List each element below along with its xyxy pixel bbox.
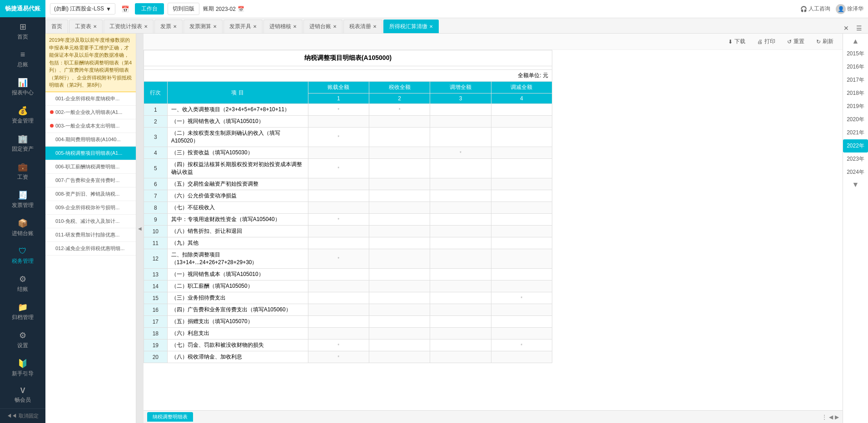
year-2016[interactable]: 2016年 (843, 60, 868, 74)
table-row: 1 一、收入类调整项目（2+3+4+5+6+7+8+10+11） * * (144, 104, 552, 116)
scroll-left-arrow[interactable]: ◀ (829, 414, 833, 420)
tab-home[interactable]: 首页 (45, 20, 68, 33)
year-2018[interactable]: 2018年 (843, 87, 868, 100)
tab-stock-ledger[interactable]: 进销台账 ✕ (303, 20, 342, 33)
left-item-009[interactable]: 009-企业所得税弥补亏损明... (45, 201, 136, 215)
tab-close-invoice[interactable]: ✕ (173, 24, 177, 29)
status-dot (50, 233, 54, 236)
tab-invoice-open[interactable]: 发票开具 ✕ (223, 20, 263, 33)
period-value: 2023-02 (216, 6, 236, 12)
sidebar-item-tax[interactable]: 🛡 税务管理 (0, 242, 45, 270)
status-dot (50, 165, 54, 168)
refresh-button[interactable]: ↻ 刷新 (813, 36, 837, 47)
bottom-tab-adjust[interactable]: 纳税调整明细表 (147, 412, 193, 422)
sidebar-item-home[interactable]: ⊞ 首页 (0, 17, 45, 45)
left-item-list: 001-企业所得税年度纳税申... 002-一般企业收入明细表(A1... 00… (45, 92, 136, 423)
col-item-header: 项 目 (167, 82, 308, 104)
tab-invoice-calc[interactable]: 发票测算 ✕ (184, 20, 223, 33)
left-item-004[interactable]: 004-期间费用明细表(A1040... (45, 133, 136, 147)
tab-salary[interactable]: 工资表 ✕ (69, 20, 103, 33)
left-item-002[interactable]: 002-一般企业收入明细表(A1... (45, 106, 136, 119)
table-row: 12 二、扣除类调整项目（13+14+...24+26+27+28+29+30）… (144, 249, 552, 269)
asset-icon: 🏢 (18, 134, 28, 144)
reset-button[interactable]: ↺ 重置 (784, 36, 808, 47)
workbench-button[interactable]: 工作台 (135, 3, 164, 15)
sidebar-item-label: 报表中心 (12, 89, 34, 97)
sidebar-unpin[interactable]: ◀◀ 取消固定 (0, 408, 45, 423)
year-up-button[interactable]: ▲ (850, 35, 861, 47)
user-profile[interactable]: 👤 徐泽华 (836, 4, 863, 14)
year-2015[interactable]: 2015年 (843, 47, 868, 60)
sidebar-item-invoice[interactable]: 🧾 发票管理 (0, 186, 45, 214)
status-dot (50, 151, 54, 155)
left-item-003[interactable]: 003-一般企业成本支出明细... (45, 119, 136, 133)
calendar-icon[interactable]: 📅 (119, 4, 131, 14)
sidebar-item-label: 归档管理 (12, 314, 34, 321)
avatar: 👤 (836, 4, 846, 14)
table-container[interactable]: 纳税调整项目明细表(A105000) 全额单位: 元 行次 项 目 账载全额 (144, 50, 843, 410)
left-item-010[interactable]: 010-免税、减计收入及加计... (45, 215, 136, 228)
panel-collapse-button[interactable]: ◀ (136, 34, 144, 423)
tab-close-invoice-calc[interactable]: ✕ (213, 24, 217, 29)
col1-num: 1 (308, 93, 369, 104)
year-2023[interactable]: 2023年 (843, 152, 868, 166)
sidebar-item-settings[interactable]: ⚙ 设置 (0, 326, 45, 354)
tab-close-salary-stat[interactable]: ✕ (144, 24, 148, 29)
tab-income-tax[interactable]: 所得税汇算清缴 ✕ (383, 20, 439, 33)
sidebar-item-stock[interactable]: 📦 进销台账 (0, 214, 45, 242)
tab-close-invoice-open[interactable]: ✕ (253, 24, 257, 29)
left-item-006[interactable]: 006-职工薪酬纳税调整明细... (45, 160, 136, 174)
table-row: 4 （三）投资收益（填写A105030） * (144, 147, 552, 159)
left-item-008[interactable]: 008-资产折旧、摊销及纳税... (45, 187, 136, 201)
tab-invoice[interactable]: 发票 ✕ (154, 20, 183, 33)
year-2020[interactable]: 2020年 (843, 113, 868, 126)
year-down-button[interactable]: ▼ (850, 179, 861, 191)
col2-num: 2 (369, 93, 430, 104)
tab-close-all[interactable]: ✕ (841, 23, 851, 33)
tab-close-income-tax[interactable]: ✕ (429, 24, 433, 29)
archive-icon: 📁 (18, 302, 28, 312)
scroll-right-arrow[interactable]: ▶ (835, 414, 839, 420)
left-item-007[interactable]: 007-广告费和业务宣传费时... (45, 174, 136, 187)
year-2017[interactable]: 2017年 (843, 74, 868, 87)
report-icon: 📊 (18, 78, 28, 88)
sidebar-item-member[interactable]: V 畅会员 (0, 382, 45, 408)
sidebar-item-asset[interactable]: 🏢 固定资产 (0, 129, 45, 157)
year-2019[interactable]: 2019年 (843, 100, 868, 113)
sidebar-item-settle[interactable]: ⚙ 结账 (0, 270, 45, 298)
tab-close-salary[interactable]: ✕ (93, 24, 97, 29)
tab-menu[interactable]: ☰ (854, 23, 864, 33)
year-2024[interactable]: 2024年 (843, 166, 868, 179)
tab-stock-in[interactable]: 进销稽核 ✕ (263, 20, 303, 33)
year-2022[interactable]: 2022年 (843, 139, 868, 152)
table-title: 纳税调整项目明细表(A105000) (144, 50, 552, 66)
tab-tax-clear[interactable]: 税表清册 ✕ (343, 20, 382, 33)
left-panel: 2019年度涉及取以前年度维修数据的申报表单元格需要手工维护正确，才能保证本年及… (45, 34, 136, 423)
tab-salary-stat[interactable]: 工资统计报表 ✕ (104, 20, 154, 33)
sidebar-item-report[interactable]: 📊 报表中心 (0, 73, 45, 101)
left-item-001[interactable]: 001-企业所得税年度纳税申... (45, 92, 136, 106)
sidebar-item-archive[interactable]: 📁 归档管理 (0, 298, 45, 326)
left-item-011[interactable]: 011-研发费用加计扣除优惠... (45, 228, 136, 242)
download-button[interactable]: ⬇ 下载 (724, 36, 749, 47)
user-service[interactable]: 🎧 人工咨询 (800, 5, 830, 13)
tax-adjust-table: 纳税调整项目明细表(A105000) 全额单位: 元 行次 项 目 账载全额 (144, 50, 552, 363)
calendar-icon2[interactable]: 📅 (238, 6, 244, 12)
tab-close-stock-ledger[interactable]: ✕ (333, 24, 337, 29)
col2-header: 税收全额 (369, 82, 430, 93)
sidebar-item-newbie[interactable]: 🔰 新手引导 (0, 354, 45, 382)
print-button[interactable]: 🖨 打印 (754, 36, 779, 47)
table-row: 15 （三）业务招待费支出 * (144, 292, 552, 304)
tab-close-tax-clear[interactable]: ✕ (373, 24, 377, 29)
table-row: 2 （一）视同销售收入（填写A105010） (144, 116, 552, 128)
sidebar-item-salary[interactable]: 💼 工资 (0, 157, 45, 186)
company-selector[interactable]: (勿删) 江西股金-LSS ▼ (50, 3, 115, 15)
left-item-005[interactable]: 005-纳税调整项目明细表(A1... (45, 147, 136, 160)
year-2021[interactable]: 2021年 (843, 126, 868, 139)
sidebar-item-label: 结账 (17, 285, 28, 293)
sidebar-item-ledger[interactable]: ≡ 总账 (0, 45, 45, 73)
sidebar-item-fund[interactable]: 💰 资金管理 (0, 101, 45, 129)
tab-close-stock-in[interactable]: ✕ (293, 24, 297, 29)
switch-old-button[interactable]: 切到旧版 (168, 3, 199, 15)
left-item-012[interactable]: 012-减免企业所得税优惠明细... (45, 242, 136, 256)
